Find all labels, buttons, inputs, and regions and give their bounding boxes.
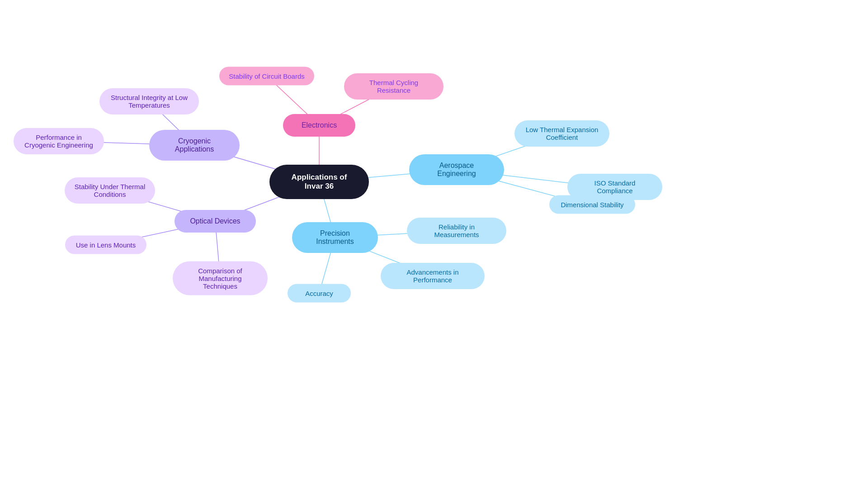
dimensional-stability-node[interactable]: Dimensional Stability (549, 195, 635, 214)
optical-devices-label: Optical Devices (190, 217, 240, 225)
thermal-cycling-node[interactable]: Thermal Cycling Resistance (344, 73, 443, 100)
thermal-cycling-label: Thermal Cycling Resistance (353, 79, 434, 94)
stability-circuit-label: Stability of Circuit Boards (229, 72, 305, 80)
optical-devices-node[interactable]: Optical Devices (175, 210, 256, 233)
comparison-mfg-label: Comparison of Manufacturing Techniques (182, 267, 259, 290)
low-thermal-node[interactable]: Low Thermal Expansion Coefficient (514, 120, 609, 147)
comparison-mfg-node[interactable]: Comparison of Manufacturing Techniques (173, 262, 268, 295)
lens-mount-node[interactable]: Use in Lens Mounts (65, 236, 146, 254)
stability-circuit-node[interactable]: Stability of Circuit Boards (219, 67, 314, 86)
aerospace-node[interactable]: Aerospace Engineering (409, 154, 504, 185)
cryogenic-apps-label: Cryogenic Applications (162, 137, 227, 153)
cryogenic-apps-node[interactable]: Cryogenic Applications (149, 130, 240, 161)
electronics-node[interactable]: Electronics (283, 114, 355, 137)
center-node[interactable]: Applications of Invar 36 (269, 165, 369, 199)
aerospace-label: Aerospace Engineering (422, 162, 491, 178)
structural-integrity-node[interactable]: Structural Integrity at Low Temperatures (99, 88, 199, 114)
electronics-label: Electronics (302, 121, 337, 129)
reliability-node[interactable]: Reliability in Measurements (407, 218, 506, 244)
precision-instruments-node[interactable]: Precision Instruments (292, 222, 378, 253)
precision-instruments-label: Precision Instruments (305, 229, 365, 246)
dimensional-stability-label: Dimensional Stability (561, 201, 623, 209)
advancements-label: Advancements in Performance (390, 268, 476, 284)
lens-mount-label: Use in Lens Mounts (76, 241, 136, 249)
structural-integrity-label: Structural Integrity at Low Temperatures (108, 94, 190, 109)
reliability-label: Reliability in Measurements (416, 223, 497, 238)
low-thermal-label: Low Thermal Expansion Coefficient (524, 126, 600, 141)
iso-standard-label: ISO Standard Compliance (576, 179, 653, 195)
performance-cryo-label: Performance in Cryogenic Engineering (23, 133, 95, 149)
accuracy-label: Accuracy (305, 290, 333, 297)
stability-thermal-node[interactable]: Stability Under Thermal Conditions (65, 177, 155, 204)
stability-thermal-label: Stability Under Thermal Conditions (74, 183, 146, 198)
accuracy-node[interactable]: Accuracy (288, 284, 351, 303)
advancements-node[interactable]: Advancements in Performance (381, 263, 485, 289)
performance-cryo-node[interactable]: Performance in Cryogenic Engineering (14, 128, 104, 154)
center-label: Applications of Invar 36 (286, 173, 353, 191)
